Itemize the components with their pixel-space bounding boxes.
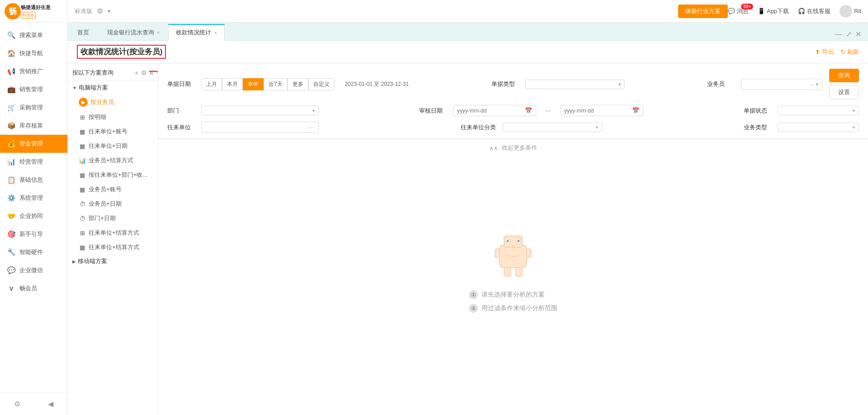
date-filter-label: 单据日期: [167, 80, 194, 88]
basic-icon: 📋: [7, 175, 16, 184]
query-btn[interactable]: 查询: [829, 69, 859, 82]
sidebar-item-hardware[interactable]: 🔧 智能硬件: [0, 243, 67, 261]
tab-bank-flow[interactable]: 现金银行流水查询 ×: [99, 24, 167, 40]
messages-btn[interactable]: 💬 消息 99+: [728, 7, 749, 15]
export-btn[interactable]: ⬆ 导出: [815, 48, 834, 56]
sidebar-item-inventory[interactable]: 📦 库存核算: [0, 117, 67, 135]
scheme-item-staff-settle[interactable]: 📊 业务员+结算方式: [68, 153, 158, 168]
scheme-item-unit-settle1[interactable]: ⊞ 往来单位+结算方式: [68, 226, 158, 240]
calendar-icon-2[interactable]: 📅: [632, 107, 639, 114]
doc-type-select[interactable]: ▾: [525, 80, 625, 89]
sidebar-settings-btn[interactable]: ⚙: [12, 397, 23, 410]
sidebar-item-operation[interactable]: 📊 经营管理: [0, 153, 67, 171]
audit-date-from[interactable]: 📅: [453, 105, 536, 116]
audit-date-to[interactable]: 📅: [560, 105, 643, 116]
dept-select[interactable]: ▾: [201, 106, 319, 115]
partner-select[interactable]: ···: [201, 122, 319, 133]
date-btn-custom[interactable]: 自定义: [308, 78, 335, 90]
close-btn[interactable]: ✕: [855, 30, 861, 38]
online-service-btn[interactable]: 🎧 在线客服: [798, 7, 830, 15]
sidebar-item-finance[interactable]: 💰 资金管理: [0, 135, 67, 153]
sidebar-item-label: 基础信息: [19, 176, 43, 184]
home-icon: 🏠: [7, 49, 16, 58]
sidebar-item-sales[interactable]: 💼 销售管理: [0, 80, 67, 99]
scheme-item-unit-dept-recv[interactable]: ▦ 按往来单位+部门+收...: [68, 168, 158, 182]
tab-home-label: 首页: [77, 28, 89, 37]
scheme-item-staff-account[interactable]: ▦ 业务员+账号: [68, 182, 158, 197]
sidebar-item-label: 采购管理: [19, 104, 43, 112]
sidebar-item-wechat[interactable]: 💬 企业微信: [0, 261, 67, 279]
scheme-settings-btn[interactable]: ⚙: [141, 69, 147, 76]
date-range-text: 2023-01-01 至 2023-12-31: [345, 80, 409, 88]
sidebar-item-corp[interactable]: 🤝 企业协同: [0, 207, 67, 225]
scheme-item-dept-date[interactable]: ⏱ 部门+日期: [68, 211, 158, 226]
user-btn[interactable]: Rit: [840, 5, 861, 18]
scheme-item-staff-date[interactable]: ⏱ 业务员+日期: [68, 197, 158, 211]
table2-icon: ▦: [79, 142, 86, 150]
sidebar-item-system[interactable]: ⚙️ 系统管理: [0, 189, 67, 207]
table-icon: ▦: [79, 128, 86, 135]
audit-from-input[interactable]: [457, 108, 525, 114]
tab-bank-flow-close[interactable]: ×: [157, 30, 160, 35]
settings-filter-btn[interactable]: 设置: [829, 85, 859, 99]
mobile-group-arrow: ▶: [72, 259, 76, 264]
calendar-icon-1[interactable]: 📅: [525, 107, 532, 114]
hint-num-2: ②: [469, 304, 478, 313]
sales-icon: 💼: [7, 85, 16, 94]
sidebar-item-basic[interactable]: 📋 基础信息: [0, 171, 67, 189]
date-btn-last-month[interactable]: 上月: [201, 78, 222, 90]
topbar: 标准版 ⚙ ▾ 体验行业方案 💬 消息 99+ 📱 App下载 🎧 在线客服: [68, 0, 868, 23]
staff-extra-btn[interactable]: ···: [809, 81, 814, 88]
scheme-item-unit-account[interactable]: ▦ 往来单位+账号: [68, 124, 158, 139]
scheme-item-by-detail[interactable]: ⊞ 按明细: [68, 110, 158, 124]
pc-scheme-group-header[interactable]: ▼ 电脑端方案: [68, 81, 158, 94]
minimize-btn[interactable]: —: [835, 30, 842, 38]
staff-select[interactable]: ··· ▾: [741, 79, 822, 90]
refresh-btn[interactable]: ↻ 刷新: [840, 48, 859, 56]
hint-num-1: ①: [469, 290, 478, 299]
biz-type-select[interactable]: ▾: [778, 123, 859, 132]
date-btn-this-year[interactable]: 本年: [243, 78, 264, 90]
doc-status-select[interactable]: ▾: [778, 106, 859, 115]
main-area: 标准版 ⚙ ▾ 体验行业方案 💬 消息 99+ 📱 App下载 🎧 在线客服: [68, 0, 868, 415]
corp-icon: 🤝: [7, 212, 16, 221]
sidebar-item-label: 企业协同: [19, 212, 43, 220]
date-btn-more[interactable]: 更多: [288, 78, 308, 90]
sidebar-collapse-btn[interactable]: ◀: [46, 397, 56, 410]
topbar-dropdown-icon[interactable]: ▾: [108, 8, 111, 14]
sidebar-item-purchase[interactable]: 🛒 采购管理: [0, 99, 67, 117]
add-scheme-btn[interactable]: +: [135, 69, 138, 76]
sidebar-item-marketing[interactable]: 📢 营销推广: [0, 62, 67, 80]
partner-extra-btn[interactable]: ···: [308, 124, 313, 131]
sidebar-item-label: 经营管理: [19, 158, 43, 166]
mobile-group-label: 移动端方案: [78, 257, 107, 265]
tab-receipt-stat[interactable]: 收款情况统计 ×: [168, 24, 224, 41]
scheme-item-by-staff[interactable]: ▶ 按业务员: [68, 94, 158, 110]
partner-category-select[interactable]: ▾: [503, 123, 602, 132]
scheme-item-unit-settle2[interactable]: ▦ 往来单位+结算方式: [68, 240, 158, 255]
purchase-icon: 🛒: [7, 103, 16, 112]
sidebar-item-search[interactable]: 🔍 搜索菜单: [0, 26, 67, 44]
tab-home[interactable]: 首页: [68, 24, 99, 40]
panel-collapse-btn[interactable]: «: [150, 69, 153, 76]
date-filter-group: 上月 本月 本年 近7天 更多 自定义: [201, 78, 335, 90]
sidebar-item-guide[interactable]: 🎯 新手引导: [0, 225, 67, 243]
collapse-bar[interactable]: ∧∧ 收起更多条件: [158, 139, 868, 156]
mobile-scheme-group-header[interactable]: ▶ 移动端方案: [68, 255, 158, 268]
message-icon: 💬: [728, 8, 735, 14]
svg-point-7: [518, 240, 520, 242]
sidebar-item-quicknav[interactable]: 🏠 快捷导航: [0, 44, 67, 62]
collapse-label: 收起更多条件: [502, 144, 537, 152]
tab-receipt-stat-close[interactable]: ×: [214, 30, 217, 35]
sidebar-item-label: 企业微信: [19, 266, 43, 274]
app-download-btn[interactable]: 📱 App下载: [758, 7, 789, 15]
guide-icon: 🎯: [7, 230, 16, 239]
topbar-settings-icon[interactable]: ⚙: [97, 7, 103, 15]
date-btn-last7days[interactable]: 近7天: [264, 78, 288, 90]
maximize-btn[interactable]: ⤢: [846, 30, 852, 38]
audit-to-input[interactable]: [564, 108, 632, 114]
trial-btn[interactable]: 体验行业方案: [678, 5, 728, 18]
date-btn-this-month[interactable]: 本月: [222, 78, 243, 90]
scheme-item-unit-date[interactable]: ▦ 往来单位+日期: [68, 139, 158, 153]
sidebar-item-member[interactable]: V 畅会员: [0, 279, 67, 297]
